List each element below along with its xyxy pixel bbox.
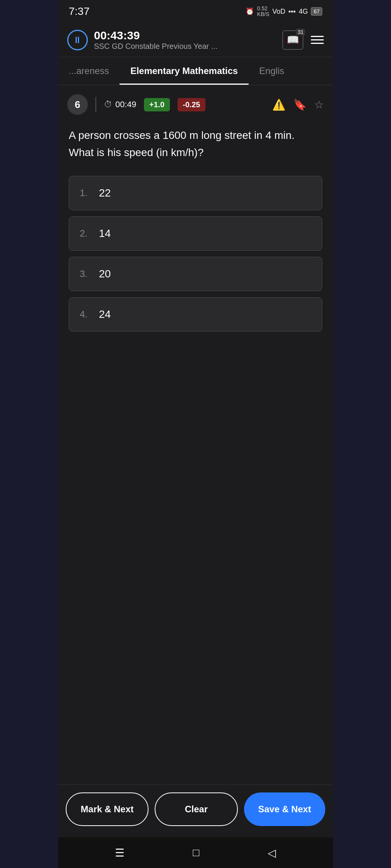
option-3-text: 20 <box>99 268 111 280</box>
network-type: VoD <box>272 8 285 16</box>
status-time: 7:37 <box>69 5 90 18</box>
exam-title-text: SSC GD Constable Previous Year ... <box>94 42 218 51</box>
hamburger-menu[interactable] <box>311 36 324 44</box>
android-home-button[interactable]: □ <box>193 847 199 859</box>
alarm-icon: ⏰ <box>246 7 254 16</box>
pause-button[interactable]: ⏸ <box>67 30 88 50</box>
meta-action-icons: ⚠️ 🔖 ☆ <box>272 98 324 111</box>
tab-awareness[interactable]: ...areness <box>58 57 120 85</box>
status-icons: ⏰ 0.52 KB/S VoD ▪▪▪ 4G 67 <box>246 6 322 18</box>
clear-button[interactable]: Clear <box>155 792 238 826</box>
negative-score-badge: -0.25 <box>178 98 206 111</box>
mark-next-button[interactable]: Mark & Next <box>66 792 149 826</box>
android-menu-button[interactable]: ☰ <box>115 847 124 859</box>
option-3[interactable]: 3. 20 <box>69 257 322 291</box>
app-header: ⏸ 00:43:39 SSC GD Constable Previous Yea… <box>58 23 333 57</box>
meta-divider <box>95 97 96 112</box>
save-next-button[interactable]: Save & Next <box>244 792 325 826</box>
header-right: 📖 31 <box>283 31 324 50</box>
exam-timer: 00:43:39 <box>94 29 218 42</box>
battery-icon: 67 <box>311 7 322 16</box>
android-back-icon: ◁ <box>268 847 276 859</box>
option-1-text: 22 <box>99 187 111 199</box>
hamburger-line-3 <box>311 43 324 44</box>
tab-english[interactable]: Englis <box>249 57 295 85</box>
network-strength: 4G <box>299 8 308 16</box>
option-2-number: 2. <box>80 228 91 239</box>
tab-elementary-math[interactable]: Elementary Mathematics <box>120 57 248 85</box>
clock-icon: ⏱ <box>104 100 112 110</box>
option-2[interactable]: 2. 14 <box>69 216 322 251</box>
hamburger-line-2 <box>311 39 324 40</box>
android-home-icon: □ <box>193 847 199 858</box>
hamburger-line-1 <box>311 36 324 37</box>
bookmark-icon[interactable]: 🔖 <box>293 98 307 111</box>
option-1-number: 1. <box>80 188 91 198</box>
question-time: 00:49 <box>115 100 136 110</box>
options-container: 1. 22 2. 14 3. 20 4. 24 <box>58 172 333 335</box>
warning-icon[interactable]: ⚠️ <box>272 98 286 111</box>
option-4-text: 24 <box>99 308 111 320</box>
option-4-number: 4. <box>80 309 91 320</box>
signal-icon: ▪▪▪ <box>288 8 296 16</box>
content-spacer <box>58 335 333 784</box>
header-left: ⏸ 00:43:39 SSC GD Constable Previous Yea… <box>67 29 218 51</box>
question-meta-bar: 6 ⏱ 00:49 +1.0 -0.25 ⚠️ 🔖 ☆ <box>58 85 333 121</box>
status-bar: 7:37 ⏰ 0.52 KB/S VoD ▪▪▪ 4G 67 <box>58 0 333 23</box>
positive-score-badge: +1.0 <box>144 98 170 111</box>
tab-bar: ...areness Elementary Mathematics Englis <box>58 57 333 85</box>
question-text: A person crosses a 1600 m long street in… <box>58 121 333 172</box>
phone-wrapper: 7:37 ⏰ 0.52 KB/S VoD ▪▪▪ 4G 67 ⏸ 00:43:3… <box>58 0 333 868</box>
book-button[interactable]: 📖 31 <box>283 31 303 50</box>
option-4[interactable]: 4. 24 <box>69 297 322 332</box>
net-speed: 0.52 KB/S <box>257 6 269 18</box>
option-1[interactable]: 1. 22 <box>69 176 322 210</box>
header-info: 00:43:39 SSC GD Constable Previous Year … <box>94 29 218 51</box>
book-icon: 📖 <box>287 34 299 46</box>
android-nav-bar: ☰ □ ◁ <box>58 837 333 868</box>
bottom-action-bar: Mark & Next Clear Save & Next <box>58 784 333 837</box>
question-number: 6 <box>67 94 88 115</box>
star-icon[interactable]: ☆ <box>314 98 324 111</box>
android-back-button[interactable]: ◁ <box>268 847 276 859</box>
android-menu-icon: ☰ <box>115 847 124 859</box>
question-time-badge: ⏱ 00:49 <box>104 100 136 110</box>
pause-icon: ⏸ <box>73 35 82 45</box>
option-3-number: 3. <box>80 269 91 279</box>
book-badge: 31 <box>296 29 305 35</box>
option-2-text: 14 <box>99 227 111 240</box>
